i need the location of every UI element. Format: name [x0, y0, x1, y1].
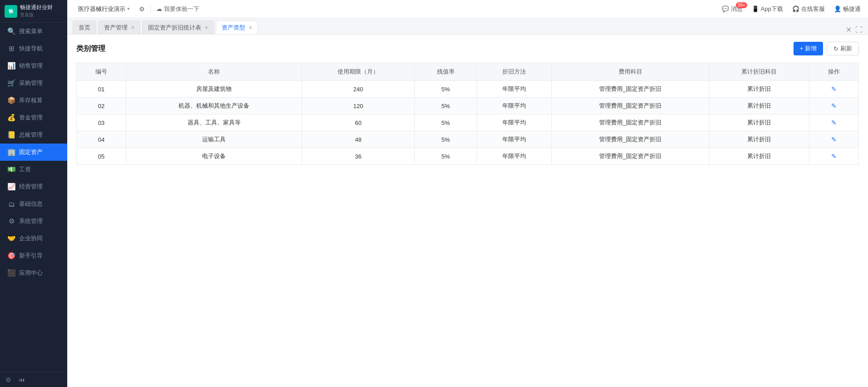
- row-action[interactable]: ✎: [809, 131, 858, 148]
- table-body: 01 房屋及建筑物 240 5% 年限平均 管理费用_固定资产折旧 累计折旧 ✎…: [77, 81, 859, 165]
- edit-icon[interactable]: ✎: [831, 119, 837, 126]
- row-accum-subject: 累计折旧: [709, 131, 809, 148]
- nav-label: 应用中心: [19, 269, 43, 277]
- sidebar-bottom: ⚙ ⏮: [0, 372, 67, 387]
- tab-close-icon[interactable]: ×: [131, 25, 134, 31]
- row-action[interactable]: ✎: [809, 98, 858, 114]
- row-period: 120: [302, 98, 415, 114]
- sidebar-item-enterprise[interactable]: 🤝 企业协同: [0, 230, 67, 247]
- sidebar-item-operations[interactable]: 📈 经营管理: [0, 178, 67, 195]
- topbar: 医疗器械行业演示 ⚙ ☁ 我要体验一下 💬 消息 99+ 📱 App下载 🎧 在…: [67, 0, 868, 18]
- sidebar-item-inventory[interactable]: 📦 库存核算: [0, 92, 67, 109]
- sidebar: 畅 畅捷通好业财 普及版 🔍 搜索菜单 ⊞ 快捷导航 📊 销售管理 🛒 采购管理…: [0, 0, 67, 387]
- tab-home[interactable]: 首页: [73, 20, 96, 34]
- sidebar-item-search[interactable]: 🔍 搜索菜单: [0, 23, 67, 40]
- settings-icon[interactable]: ⚙: [5, 376, 11, 383]
- inventory-icon: 📦: [7, 96, 15, 104]
- ledger-icon: 📒: [7, 131, 15, 139]
- nav-label: 经营管理: [19, 183, 43, 191]
- column-header: 编号: [77, 63, 126, 81]
- category-table: 编号名称使用期限（月）残值率折旧方法费用科目累计折旧科目操作 01 房屋及建筑物…: [76, 63, 859, 165]
- collapse-icon[interactable]: ⏮: [19, 376, 25, 383]
- chevron-down-icon: [127, 6, 130, 12]
- row-accum-subject: 累计折旧: [709, 114, 809, 131]
- tab-close-icon[interactable]: ×: [249, 25, 252, 31]
- close-tab-icon[interactable]: ✕: [846, 25, 852, 34]
- message-badge: 99+: [736, 2, 747, 8]
- row-code: 05: [77, 148, 126, 165]
- sidebar-item-capital[interactable]: 💰 资金管理: [0, 109, 67, 126]
- sidebar-item-payroll[interactable]: 💵 工资: [0, 161, 67, 178]
- nav-label: 搜索菜单: [19, 27, 43, 35]
- table-row: 04 运输工具 48 5% 年限平均 管理费用_固定资产折旧 累计折旧 ✎: [77, 131, 859, 148]
- column-header: 操作: [809, 63, 858, 81]
- row-depreciation-method: 年限平均: [477, 131, 552, 148]
- sidebar-item-app-center[interactable]: ⬛ 应用中心: [0, 264, 67, 282]
- message-action[interactable]: 💬 消息 99+: [722, 5, 743, 13]
- settings-gear-icon[interactable]: ⚙: [139, 5, 145, 13]
- row-residual-rate: 5%: [415, 114, 477, 131]
- sidebar-item-purchase[interactable]: 🛒 采购管理: [0, 74, 67, 92]
- row-action[interactable]: ✎: [809, 148, 858, 165]
- tab-label: 固定资产折旧统计表: [148, 24, 201, 32]
- row-name: 电子设备: [126, 148, 302, 165]
- sidebar-item-guide[interactable]: 🎯 新手引导: [0, 247, 67, 264]
- column-header: 累计折旧科目: [709, 63, 809, 81]
- tab-label: 资产类型: [222, 24, 245, 32]
- nav-label: 新手引导: [19, 252, 43, 260]
- sidebar-item-fixed-assets[interactable]: 🏢 固定资产: [0, 144, 67, 161]
- row-expense-subject: 管理费用_固定资产折旧: [551, 148, 709, 165]
- online-service-action[interactable]: 🎧 在线客服: [792, 5, 825, 13]
- row-period: 60: [302, 114, 415, 131]
- tab-label: 资产管理: [104, 24, 128, 32]
- edit-icon[interactable]: ✎: [831, 136, 837, 143]
- mobile-icon: 📱: [752, 5, 759, 12]
- sidebar-item-sales[interactable]: 📊 销售管理: [0, 57, 67, 74]
- edit-icon[interactable]: ✎: [831, 102, 837, 109]
- app-selector[interactable]: 医疗器械行业演示: [74, 3, 134, 15]
- maximize-icon[interactable]: ⛶: [855, 26, 863, 34]
- row-code: 04: [77, 131, 126, 148]
- app-center-icon: ⬛: [7, 269, 15, 277]
- app-download-label: App下载: [761, 5, 783, 13]
- page-content: 类别管理 + 新增 ↻ 刷新 编号名称使用期限（月）残值率折旧方法费用科目累计折…: [67, 35, 868, 387]
- sidebar-item-system[interactable]: ⚙ 系统管理: [0, 213, 67, 230]
- tab-depreciation[interactable]: 固定资产折旧统计表×: [142, 20, 214, 34]
- refresh-button[interactable]: ↻ 刷新: [827, 42, 859, 55]
- logo-icon: 畅: [5, 5, 17, 18]
- edit-icon[interactable]: ✎: [831, 153, 837, 160]
- topbar-right: 💬 消息 99+ 📱 App下载 🎧 在线客服 👤 畅捷通: [722, 5, 861, 13]
- nav-label: 销售管理: [19, 62, 43, 70]
- row-action[interactable]: ✎: [809, 81, 858, 98]
- headset-icon: 🎧: [792, 5, 799, 12]
- tab-asset-mgmt[interactable]: 资产管理×: [98, 20, 140, 34]
- page-title: 类别管理: [76, 44, 105, 54]
- tab-close-icon[interactable]: ×: [205, 25, 208, 31]
- row-period: 36: [302, 148, 415, 165]
- sidebar-item-ledger[interactable]: 📒 总账管理: [0, 126, 67, 144]
- sidebar-item-quick-nav[interactable]: ⊞ 快捷导航: [0, 40, 67, 57]
- search-icon: 🔍: [7, 27, 15, 35]
- sidebar-nav: 🔍 搜索菜单 ⊞ 快捷导航 📊 销售管理 🛒 采购管理 📦 库存核算 💰 资金管…: [0, 23, 67, 372]
- column-header: 费用科目: [551, 63, 709, 81]
- user-avatar[interactable]: 👤 畅捷通: [834, 5, 861, 13]
- logo-sub: 普及版: [20, 12, 53, 18]
- row-residual-rate: 5%: [415, 81, 477, 98]
- refresh-label: 刷新: [840, 45, 852, 53]
- row-period: 48: [302, 131, 415, 148]
- main-area: 医疗器械行业演示 ⚙ ☁ 我要体验一下 💬 消息 99+ 📱 App下载 🎧 在…: [67, 0, 868, 387]
- nav-label: 系统管理: [19, 217, 43, 225]
- experience-button[interactable]: ☁ 我要体验一下: [156, 5, 199, 13]
- row-action[interactable]: ✎: [809, 114, 858, 131]
- new-button[interactable]: + 新增: [794, 42, 823, 55]
- purchase-icon: 🛒: [7, 79, 15, 87]
- tab-asset-type[interactable]: 资产类型×: [216, 20, 258, 34]
- sidebar-logo: 畅 畅捷通好业财 普及版: [0, 0, 67, 23]
- edit-icon[interactable]: ✎: [831, 85, 837, 93]
- sidebar-item-basic-info[interactable]: 🗂 基础信息: [0, 195, 67, 213]
- tab-label: 首页: [79, 24, 90, 32]
- row-code: 02: [77, 98, 126, 114]
- experience-label: 我要体验一下: [164, 5, 199, 13]
- app-download-action[interactable]: 📱 App下载: [752, 5, 783, 13]
- page-actions: + 新增 ↻ 刷新: [794, 42, 859, 55]
